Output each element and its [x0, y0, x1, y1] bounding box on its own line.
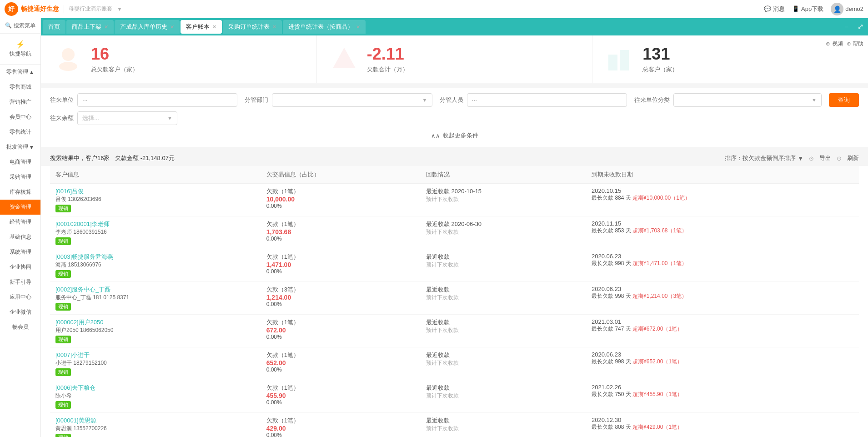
- overdue-amount-5[interactable]: 超期¥652.00（1笔）: [632, 358, 682, 365]
- stat-number-debt-total: -2.11: [367, 45, 408, 64]
- sidebar-search[interactable]: 🔍 搜索菜单: [0, 18, 40, 34]
- close-icon-5[interactable]: ✕: [356, 24, 360, 30]
- help-btn[interactable]: ⊙ 帮助: [847, 40, 863, 48]
- next-pay-6: 预计下次收款: [426, 392, 581, 400]
- video-btn[interactable]: ⊙ 视频: [826, 40, 843, 48]
- tab-purchase-order-stats-label: 采购订单统计表: [228, 23, 270, 31]
- filter-input-person[interactable]: ···: [467, 93, 627, 107]
- filter-select-dept[interactable]: ▼: [272, 93, 432, 107]
- retail-mgmt-label: 零售管理: [6, 68, 28, 76]
- sidebar-item-app-center[interactable]: 应用中心: [0, 290, 40, 305]
- customer-name-7[interactable]: [000001]黄思源: [55, 417, 256, 425]
- wechat-label: 企业微信: [10, 308, 31, 316]
- tab-minimize-btn[interactable]: －: [840, 21, 853, 33]
- debt-amount-2[interactable]: 1,471.00: [266, 261, 415, 268]
- overdue-days-7: 最长欠款 808 天: [592, 424, 632, 430]
- sidebar-item-member2[interactable]: 畅会员: [0, 320, 40, 335]
- dropdown-arrow-subtitle[interactable]: ▼: [117, 6, 122, 12]
- close-icon-4[interactable]: ✕: [272, 24, 276, 30]
- message-icon: 💬: [764, 5, 771, 12]
- results-actions: 排序：按欠款金额倒序排序 ▼ ⊙ 导出 ⊙ 刷新: [725, 154, 859, 162]
- due-date-5: 2020.06.23: [592, 351, 853, 358]
- sidebar-item-quick-nav[interactable]: ⚡ 快捷导航: [0, 36, 40, 61]
- sidebar-item-purchase[interactable]: 采购管理: [0, 170, 40, 185]
- td-due-4: 2021.03.01 最长欠款 747 天 超期¥672.00（1笔）: [586, 315, 859, 347]
- debt-amount-3[interactable]: 1,214.00: [266, 294, 415, 301]
- tab-customer-ledger[interactable]: 客户账本 ✕: [181, 20, 222, 34]
- td-customer-2: [0003]畅捷服务尹海燕 海燕 18513066976 现销: [50, 249, 261, 282]
- sidebar-item-wechat[interactable]: 企业微信: [0, 305, 40, 320]
- overdue-amount-1[interactable]: 超期¥1,703.68（1笔）: [632, 227, 687, 234]
- debt-count-5: 欠款（1笔）: [266, 351, 415, 359]
- customer-name-3[interactable]: [0002]服务中心_丁磊: [55, 286, 256, 294]
- debt-amount-5[interactable]: 652.00: [266, 359, 415, 367]
- sidebar-item-retail-mgmt[interactable]: 零售管理 ▲: [0, 65, 40, 80]
- debt-amount-1[interactable]: 1,703.68: [266, 228, 415, 236]
- last-pay-date-1: 最近收款 2020-06-30: [426, 220, 581, 228]
- customer-name-4[interactable]: [000002]用户2050: [55, 318, 256, 326]
- sidebar-item-retail-stats[interactable]: 零售统计: [0, 125, 40, 140]
- td-customer-7: [000001]黄思源 黄思源 13552700226 现销: [50, 413, 261, 437]
- stat-label-total-customers: 总客户（家）: [642, 65, 678, 74]
- sort-select[interactable]: 排序：按欠款金额倒序排序 ▼: [725, 154, 803, 162]
- overdue-amount-3[interactable]: 超期¥1,214.00（3笔）: [632, 293, 687, 299]
- sidebar-item-new-guide[interactable]: 新手引导: [0, 275, 40, 290]
- debt-amount-6[interactable]: 455.90: [266, 392, 415, 399]
- customer-phone-6: 陈小希: [55, 392, 256, 400]
- table-row: [000001]黄思源 黄思源 13552700226 现销 欠款（1笔） 42…: [50, 413, 859, 437]
- close-icon-3[interactable]: ✕: [212, 24, 216, 30]
- sidebar-item-member[interactable]: 会员中心: [0, 110, 40, 125]
- overdue-days-4: 最长欠款 747 天: [592, 326, 632, 332]
- tab-purchase-order-stats[interactable]: 采购订单统计表 ✕: [223, 20, 282, 34]
- tab-inbound-history[interactable]: 产成品入库单历史 ✕: [115, 20, 180, 34]
- customer-name-1[interactable]: [0001020001]李老师: [55, 220, 256, 228]
- td-customer-4: [000002]用户2050 用户2050 18665062050 现销: [50, 315, 261, 347]
- export-btn[interactable]: 导出: [819, 154, 831, 162]
- sidebar-item-ecommerce[interactable]: 电商管理: [0, 155, 40, 170]
- customer-name-0[interactable]: [0016]吕俊: [55, 187, 256, 196]
- sidebar-item-operation[interactable]: 经营管理: [0, 215, 40, 230]
- overdue-amount-6[interactable]: 超期¥455.90（1笔）: [632, 391, 682, 397]
- sidebar-item-retail-mall[interactable]: 零售商城: [0, 80, 40, 95]
- sidebar-item-wholesale-mgmt[interactable]: 批发管理 ▼: [0, 140, 40, 155]
- overdue-amount-0[interactable]: 超期¥10,000.00（1笔）: [632, 195, 690, 201]
- filter-select-balance[interactable]: 选择... ▼: [77, 111, 177, 125]
- tab-home[interactable]: 首页: [43, 20, 65, 34]
- debt-count-6: 欠款（1笔）: [266, 384, 415, 392]
- sub-title: 母婴行业演示账套: [64, 5, 112, 13]
- overdue-amount-7[interactable]: 超期¥429.00（1笔）: [632, 424, 682, 430]
- app-download-btn[interactable]: 📱 App下载: [792, 5, 823, 13]
- next-pay-1: 预计下次收款: [426, 228, 581, 236]
- debt-percent-4: 0.00%: [266, 334, 415, 340]
- filter-select-category[interactable]: ▼: [673, 93, 822, 107]
- overdue-amount-2[interactable]: 超期¥1,471.00（1笔）: [632, 260, 687, 266]
- close-icon-1[interactable]: ✕: [104, 24, 108, 30]
- tab-inbound-stats[interactable]: 进货单统计表（按商品） ✕: [283, 20, 366, 34]
- debt-amount-0[interactable]: 10,000.00: [266, 196, 415, 203]
- debt-amount-4[interactable]: 672.00: [266, 326, 415, 334]
- sidebar-item-basic-info[interactable]: 基础信息: [0, 230, 40, 245]
- inventory-label: 库存核算: [10, 188, 31, 196]
- filter-input-customer[interactable]: ···: [77, 93, 237, 107]
- sidebar-item-system[interactable]: 系统管理: [0, 245, 40, 260]
- customer-name-2[interactable]: [0003]畅捷服务尹海燕: [55, 253, 256, 261]
- sidebar-item-finance[interactable]: 资金管理: [0, 200, 40, 215]
- search-button[interactable]: 查询: [829, 93, 859, 107]
- collapse-row[interactable]: ∧∧ 收起更多条件: [50, 130, 859, 141]
- overdue-amount-4[interactable]: 超期¥672.00（1笔）: [632, 326, 682, 332]
- sidebar-item-inventory[interactable]: 库存核算: [0, 185, 40, 200]
- new-guide-label: 新手引导: [10, 278, 31, 286]
- tab-maximize-btn[interactable]: ⤢: [855, 21, 866, 33]
- debt-amount-7[interactable]: 429.00: [266, 425, 415, 432]
- user-btn[interactable]: 👤 demo2: [831, 3, 863, 15]
- refresh-btn[interactable]: 刷新: [847, 154, 859, 162]
- sidebar-item-marketing[interactable]: 营销推广: [0, 95, 40, 110]
- customer-name-5[interactable]: [0007]小进干: [55, 351, 256, 359]
- customer-name-6[interactable]: [0006]去下粮仓: [55, 384, 256, 392]
- message-btn[interactable]: 💬 消息: [764, 5, 785, 13]
- customer-tag-4: 现销: [55, 336, 71, 343]
- tab-product-listing[interactable]: 商品上下架 ✕: [66, 20, 114, 34]
- overdue-info-1: 最长欠款 853 天 超期¥1,703.68（1笔）: [592, 227, 853, 235]
- sidebar-item-enterprise-collab[interactable]: 企业协同: [0, 260, 40, 275]
- close-icon-2[interactable]: ✕: [170, 24, 174, 30]
